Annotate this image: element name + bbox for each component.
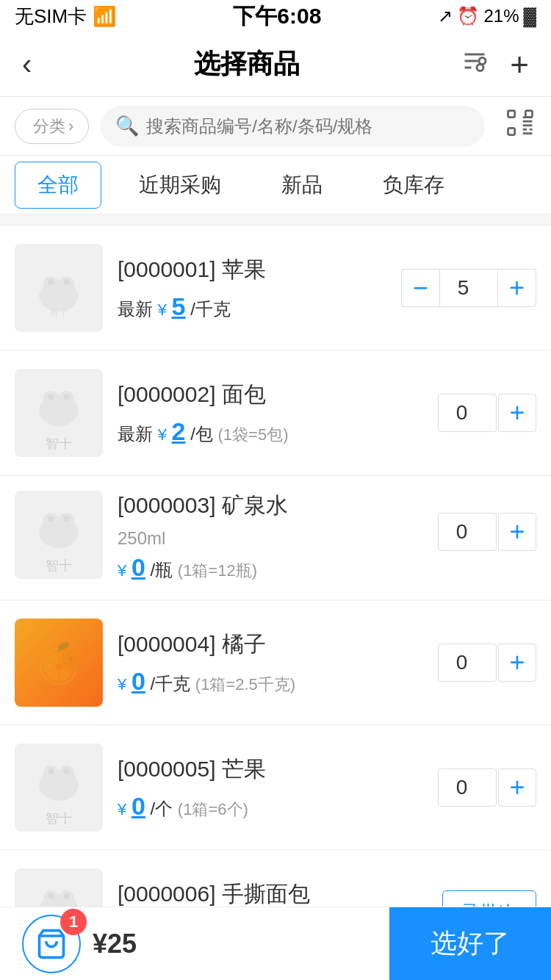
filter-icon[interactable] [461, 48, 488, 81]
svg-text:智十: 智十 [49, 306, 68, 317]
svg-point-18 [64, 279, 70, 285]
svg-point-51 [64, 893, 70, 899]
product-name: [0000005] 芒果 [118, 754, 431, 785]
svg-point-23 [48, 394, 54, 400]
category-button[interactable]: 分类 › [15, 109, 89, 144]
scan-icon[interactable] [504, 107, 536, 145]
price-currency: ¥ [118, 561, 126, 580]
product-image-apple: 智十 [15, 244, 103, 332]
quantity-input[interactable] [438, 768, 497, 807]
quantity-increase-button[interactable]: + [498, 269, 536, 307]
svg-rect-7 [508, 128, 515, 134]
battery-text: 21% [483, 6, 519, 26]
back-button[interactable]: ‹ [22, 48, 32, 81]
product-list: 智十 [0000001] 苹果 最新 ¥ 5 /千克 − + [0, 226, 551, 980]
table-row: 智十 [0000002] 面包 最新 ¥ 2 /包 (1袋=5包) + [0, 351, 551, 475]
quantity-input[interactable] [438, 394, 497, 432]
svg-point-50 [48, 893, 54, 899]
product-name: [0000004] 橘子 [118, 630, 431, 660]
price-note: (1箱=2.5千克) [195, 675, 295, 693]
carrier-text: 无SIM卡 [15, 4, 87, 29]
product-image-mango: 智十 [15, 743, 103, 832]
svg-rect-5 [508, 111, 515, 118]
price-currency: ¥ [158, 425, 167, 444]
alarm-icon: ⏰ [457, 6, 479, 26]
quantity-control-mango: + [438, 768, 536, 807]
quantity-control-water: + [438, 513, 536, 551]
price-note: (1箱=6个) [178, 800, 248, 818]
tabs-bar: 全部 近期采购 新品 负库存 [0, 156, 551, 215]
price-unit: /个 [151, 799, 173, 818]
quantity-increase-button[interactable]: + [498, 394, 536, 432]
price-currency: ¥ [118, 800, 126, 818]
svg-point-24 [64, 394, 70, 400]
status-right: ↗ ⏰ 21% ▓ [438, 6, 536, 26]
cart-area: 1 ¥25 [0, 915, 389, 973]
search-input[interactable] [146, 116, 470, 137]
product-name: [0000002] 面包 [118, 380, 431, 410]
product-info-tangerine: [0000004] 橘子 ¥ 0 /千克 (1箱=2.5千克) [118, 630, 431, 696]
search-box: 🔍 [101, 106, 485, 147]
cart-icon [35, 928, 68, 960]
nav-bar: ‹ 选择商品 + [0, 32, 551, 97]
price-value: 0 [132, 792, 145, 820]
svg-point-28 [48, 516, 54, 522]
table-row: 智十 [0000001] 苹果 最新 ¥ 5 /千克 − + [0, 226, 551, 350]
price-label: 最新 [118, 424, 158, 444]
search-icon: 🔍 [115, 115, 139, 137]
product-info-mango: [0000005] 芒果 ¥ 0 /个 (1箱=6个) [118, 754, 431, 821]
add-button[interactable]: + [510, 46, 529, 83]
price-value: 2 [172, 417, 186, 445]
tab-negative-inventory[interactable]: 负库存 [360, 162, 467, 209]
product-name: [0000003] 矿泉水 [118, 491, 431, 521]
product-name: [0000006] 手撕面包 [118, 879, 435, 909]
quantity-increase-button[interactable]: + [498, 513, 536, 551]
price-currency: ¥ [158, 300, 167, 319]
quantity-decrease-button[interactable]: − [401, 269, 439, 307]
cart-icon-button[interactable]: 1 [22, 915, 81, 973]
quantity-increase-button[interactable]: + [498, 644, 536, 682]
price-value: 0 [132, 667, 145, 695]
nav-right-actions: + [461, 46, 529, 83]
price-note: (1箱=12瓶) [178, 561, 257, 580]
wifi-icon: 📶 [93, 5, 116, 28]
product-price: ¥ 0 /瓶 (1箱=12瓶) [118, 553, 431, 582]
price-label: 最新 [118, 299, 158, 319]
quantity-input[interactable] [439, 269, 498, 307]
price-unit: /瓶 [151, 560, 173, 580]
quantity-increase-button[interactable]: + [498, 768, 536, 807]
product-image-bread: 智十 [15, 369, 103, 457]
cart-total-price: ¥25 [93, 929, 137, 959]
price-value: 0 [132, 553, 145, 581]
confirm-button[interactable]: 选好了 [389, 907, 551, 981]
quantity-input[interactable] [438, 644, 497, 682]
price-value: 5 [172, 292, 186, 320]
price-unit: /千克 [190, 299, 231, 319]
tab-all[interactable]: 全部 [15, 162, 101, 209]
tab-recent-purchase[interactable]: 近期采购 [116, 162, 244, 209]
tab-new-products[interactable]: 新品 [259, 162, 345, 209]
product-name: [0000001] 苹果 [118, 255, 394, 285]
quantity-input[interactable] [438, 513, 497, 551]
table-row: 智十 [0000005] 芒果 ¥ 0 /个 (1箱=6个) + [0, 726, 551, 849]
product-spec: 250ml [118, 528, 431, 549]
product-price: 最新 ¥ 2 /包 (1袋=5包) [118, 417, 431, 446]
table-row: 智十 [0000003] 矿泉水 250ml ¥ 0 /瓶 (1箱=12瓶) + [0, 476, 551, 599]
svg-point-17 [48, 279, 54, 285]
product-info-bread: [0000002] 面包 最新 ¥ 2 /包 (1袋=5包) [118, 380, 431, 446]
status-left: 无SIM卡 📶 [15, 4, 116, 29]
price-unit: /包 [190, 424, 213, 444]
table-row: [0000004] 橘子 ¥ 0 /千克 (1箱=2.5千克) + [0, 601, 551, 724]
product-price: 最新 ¥ 5 /千克 [118, 292, 394, 321]
status-bar: 无SIM卡 📶 下午6:08 ↗ ⏰ 21% ▓ [0, 0, 551, 32]
svg-point-4 [479, 58, 486, 65]
svg-point-45 [48, 768, 54, 774]
cart-badge: 1 [60, 909, 87, 935]
price-note: (1袋=5包) [218, 425, 289, 444]
price-currency: ¥ [118, 675, 126, 693]
product-info-water: [0000003] 矿泉水 250ml ¥ 0 /瓶 (1箱=12瓶) [118, 491, 431, 582]
svg-point-41 [69, 657, 73, 660]
svg-point-46 [64, 768, 70, 774]
product-info-apple: [0000001] 苹果 最新 ¥ 5 /千克 [118, 255, 394, 321]
quantity-control-tangerine: + [438, 644, 536, 682]
